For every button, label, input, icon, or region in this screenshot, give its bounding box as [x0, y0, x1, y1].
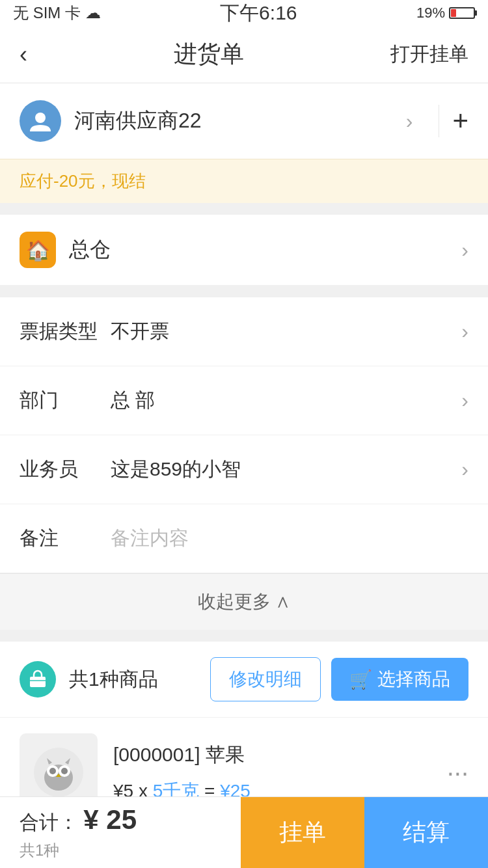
- supplier-chevron-icon: ›: [406, 109, 413, 133]
- remark-label: 备注: [20, 525, 111, 552]
- owl-logo: [33, 746, 85, 798]
- invoice-value: 不开票: [111, 318, 461, 345]
- open-pending-button[interactable]: 打开挂单: [390, 41, 468, 68]
- battery-percent: 19%: [416, 5, 445, 21]
- products-count: 共1种商品: [69, 666, 210, 693]
- svg-point-0: [35, 113, 46, 123]
- staff-label: 业务员: [20, 456, 111, 483]
- warehouse-name: 总仓: [69, 236, 461, 264]
- credit-text: 应付-20元，现结: [20, 171, 146, 191]
- settle-button[interactable]: 结算: [364, 797, 488, 869]
- credit-bar: 应付-20元，现结: [0, 159, 488, 203]
- total-count: 共1种: [20, 840, 221, 861]
- select-product-button[interactable]: 🛒 选择商品: [331, 658, 468, 701]
- divider: [439, 105, 439, 137]
- dept-chevron-icon: ›: [461, 388, 468, 413]
- staff-value: 这是859的小智: [111, 456, 461, 483]
- edit-detail-button[interactable]: 修改明细: [210, 657, 321, 701]
- bottom-bar: 合计： ¥ 25 共1种 挂单 结算: [0, 796, 488, 868]
- staff-chevron-icon: ›: [461, 457, 468, 481]
- product-code: [0000001] 苹果: [113, 744, 245, 765]
- dept-label: 部门: [20, 387, 111, 414]
- status-time: 下午6:16: [220, 0, 297, 27]
- page-title: 进货单: [174, 38, 244, 70]
- product-info: [0000001] 苹果 ¥5 x 5千克 = ¥25: [113, 742, 447, 804]
- bag-icon: [27, 669, 48, 690]
- person-icon: [29, 109, 52, 133]
- status-left: 无 SIM 卡 ☁: [13, 3, 101, 23]
- status-bar: 无 SIM 卡 ☁ 下午6:16 19%: [0, 0, 488, 26]
- supplier-section: 河南供应商22 › + 应付-20元，现结: [0, 83, 488, 203]
- add-supplier-button[interactable]: +: [452, 105, 468, 137]
- invoice-row[interactable]: 票据类型 不开票 ›: [0, 297, 488, 366]
- svg-point-7: [49, 768, 56, 774]
- sim-label: 无 SIM 卡 ☁: [13, 3, 101, 23]
- remark-row[interactable]: 备注 备注内容: [0, 504, 488, 573]
- form-section: 票据类型 不开票 › 部门 总 部 › 业务员 这是859的小智 › 备注 备注…: [0, 297, 488, 630]
- back-button[interactable]: ‹: [20, 41, 27, 68]
- product-name: [0000001] 苹果: [113, 742, 447, 768]
- warehouse-row[interactable]: 🏠 总仓 ›: [0, 215, 488, 286]
- svg-rect-1: [30, 677, 46, 687]
- remark-input[interactable]: 备注内容: [111, 525, 468, 552]
- staff-row[interactable]: 业务员 这是859的小智 ›: [0, 435, 488, 504]
- supplier-name: 河南供应商22: [74, 107, 406, 135]
- total-amount: ¥ 25: [83, 804, 137, 835]
- supplier-row[interactable]: 河南供应商22 › +: [0, 83, 488, 159]
- status-right: 19%: [416, 5, 475, 21]
- total-area: 合计： ¥ 25 共1种: [0, 804, 241, 861]
- home-icon: 🏠: [26, 239, 50, 262]
- collapse-label: 收起更多 ∧: [198, 591, 291, 612]
- svg-point-8: [61, 768, 68, 774]
- products-icon: [20, 661, 56, 698]
- products-header: 共1种商品 修改明细 🛒 选择商品: [0, 642, 488, 717]
- product-menu-button[interactable]: ···: [447, 758, 468, 787]
- total-main: 合计： ¥ 25: [20, 804, 221, 836]
- dept-value: 总 部: [111, 387, 461, 414]
- total-label: 合计：: [20, 811, 78, 833]
- cart-icon: 🛒: [349, 669, 372, 690]
- collapse-toggle[interactable]: 收起更多 ∧: [0, 573, 488, 630]
- warehouse-chevron-icon: ›: [461, 238, 468, 262]
- avatar: [20, 100, 61, 142]
- nav-bar: ‹ 进货单 打开挂单: [0, 26, 488, 83]
- warehouse-section: 🏠 总仓 ›: [0, 215, 488, 286]
- hang-order-button[interactable]: 挂单: [241, 797, 364, 869]
- warehouse-icon: 🏠: [20, 232, 56, 268]
- battery-icon: [449, 7, 475, 19]
- invoice-chevron-icon: ›: [461, 319, 468, 344]
- select-product-label: 选择商品: [377, 667, 450, 692]
- invoice-label: 票据类型: [20, 318, 111, 345]
- dept-row[interactable]: 部门 总 部 ›: [0, 366, 488, 435]
